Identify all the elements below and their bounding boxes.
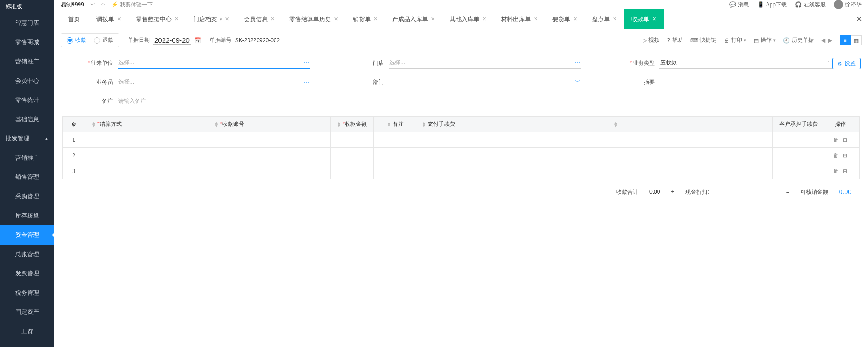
header-blank[interactable]: ▲▼ <box>460 117 773 132</box>
header-custfee[interactable]: 客户承担手续费 <box>773 117 821 132</box>
close-icon[interactable]: ✕ <box>225 16 229 22</box>
more-icon[interactable]: ⋯ <box>304 60 310 66</box>
cell-remark[interactable] <box>373 148 417 163</box>
cell-account[interactable] <box>128 163 330 179</box>
tab-settlehist[interactable]: 零售结算单历史✕ <box>282 9 345 29</box>
topbar-message[interactable]: 💬 消息 <box>729 1 749 9</box>
tab-materialout[interactable]: 材料出库单✕ <box>494 9 545 29</box>
cell-settle[interactable] <box>85 132 128 148</box>
close-icon[interactable]: ✕ <box>175 16 179 22</box>
close-icon[interactable]: ✕ <box>334 16 338 22</box>
add-icon[interactable]: ⊞ <box>843 137 847 143</box>
cell-amount[interactable] <box>330 132 373 148</box>
sidebar-subitem-fund[interactable]: 资金管理 <box>0 225 54 245</box>
summary-input[interactable] <box>659 77 834 87</box>
cell-blank[interactable] <box>460 148 773 163</box>
more-icon[interactable]: ⋯ <box>575 60 581 66</box>
cell-custfee[interactable] <box>773 148 821 163</box>
header-amount[interactable]: ▲▼*收款金额 <box>330 117 373 132</box>
sidebar-subitem-inventory[interactable]: 库存核算 <box>0 206 54 225</box>
delete-icon[interactable]: 🗑 <box>833 168 839 174</box>
salesman-input[interactable]: 选择... ⋯ <box>118 76 310 88</box>
sidebar-subitem-ledger[interactable]: 总账管理 <box>0 245 54 264</box>
action-history[interactable]: 🕘历史单据 <box>783 36 814 44</box>
sidebar-item-retailmall[interactable]: 零售商城 <box>0 33 54 52</box>
tab-demand[interactable]: 要货单✕ <box>545 9 585 29</box>
tab-home[interactable]: 首页 <box>61 9 89 29</box>
star-icon[interactable]: ☆ <box>101 1 106 8</box>
close-icon[interactable]: ✕ <box>534 16 538 22</box>
topbar-online[interactable]: 🎧 在线客服 <box>795 1 826 9</box>
calendar-icon[interactable]: 📅 <box>194 37 201 44</box>
delete-icon[interactable]: 🗑 <box>833 152 839 159</box>
header-fee[interactable]: ▲▼支付手续费 <box>417 117 460 132</box>
action-shortcut[interactable]: ⌨快捷键 <box>690 36 716 44</box>
remark-input[interactable]: 请输入备注 <box>118 95 310 107</box>
close-icon[interactable]: ✕ <box>373 16 378 22</box>
cell-settle[interactable] <box>85 148 128 163</box>
discount-input[interactable] <box>720 187 775 196</box>
more-icon[interactable]: ⋯ <box>304 79 310 85</box>
header-remark[interactable]: ▲▼备注 <box>373 117 417 132</box>
cell-amount[interactable] <box>330 163 373 179</box>
page-next[interactable]: ▶ <box>828 37 832 44</box>
try-link[interactable]: ⚡ 我要体验一下 <box>111 1 153 9</box>
cell-fee[interactable] <box>417 132 460 148</box>
tab-productin[interactable]: 产成品入库单✕ <box>385 9 442 29</box>
action-print[interactable]: 🖨打印▾ <box>724 36 746 44</box>
close-icon[interactable]: ✕ <box>573 16 577 22</box>
sidebar-item-retailstat[interactable]: 零售统计 <box>0 90 54 110</box>
page-prev[interactable]: ◀ <box>821 37 825 44</box>
cell-fee[interactable] <box>417 148 460 163</box>
cell-settle[interactable] <box>85 163 128 179</box>
brand-dropdown[interactable]: ﹀ <box>90 1 95 9</box>
tab-storefile[interactable]: 门店档案▾✕ <box>186 9 237 29</box>
cell-blank[interactable] <box>460 163 773 179</box>
close-icon[interactable]: ✕ <box>431 16 435 22</box>
tab-stocktake[interactable]: 盘点单✕ <box>585 9 624 29</box>
view-list[interactable]: ≡ <box>840 35 851 45</box>
cell-blank[interactable] <box>460 132 773 148</box>
sidebar-subitem-tax[interactable]: 税务管理 <box>0 283 54 302</box>
sidebar-subitem-salary[interactable]: 工资 <box>0 322 54 341</box>
close-icon[interactable]: ✕ <box>271 16 275 22</box>
radio-refund[interactable]: 退款 <box>94 36 113 44</box>
close-all-tabs[interactable]: ✕ <box>850 9 868 29</box>
cell-remark[interactable] <box>373 132 417 148</box>
sidebar-item-basic[interactable]: 基础信息 <box>0 110 54 129</box>
sidebar-subitem-asset[interactable]: 固定资产 <box>0 302 54 322</box>
cell-custfee[interactable] <box>773 163 821 179</box>
tab-allocation[interactable]: 调拨单✕ <box>89 9 129 29</box>
header-settle[interactable]: ▲▼*结算方式 <box>85 117 128 132</box>
action-video[interactable]: ▷视频 <box>643 36 659 44</box>
tab-otherin[interactable]: 其他入库单✕ <box>442 9 494 29</box>
tab-sales[interactable]: 销货单✕ <box>345 9 385 29</box>
sidebar-subitem-invoice[interactable]: 发票管理 <box>0 264 54 283</box>
cell-account[interactable] <box>128 148 330 163</box>
add-icon[interactable]: ⊞ <box>843 168 847 174</box>
close-icon[interactable]: ✕ <box>652 16 656 22</box>
topbar-user[interactable]: 徐泽华 <box>834 0 862 9</box>
sidebar-group-wholesale[interactable]: 批发管理 ▲ <box>0 129 54 148</box>
sidebar-item-marketing[interactable]: 营销推广 <box>0 52 54 71</box>
header-gear[interactable]: ⚙ <box>63 117 85 132</box>
partner-input[interactable]: 选择... ⋯ <box>118 57 310 69</box>
sidebar-subitem-sales[interactable]: 销售管理 <box>0 168 54 187</box>
sidebar-subitem-marketing[interactable]: 营销推广 <box>0 148 54 168</box>
header-account[interactable]: ▲▼*收款账号 <box>128 117 330 132</box>
cell-amount[interactable] <box>330 148 373 163</box>
close-icon[interactable]: ✕ <box>613 16 617 22</box>
tab-receipt[interactable]: 收款单✕ <box>624 9 664 29</box>
cell-account[interactable] <box>128 132 330 148</box>
cell-remark[interactable] <box>373 163 417 179</box>
sidebar-item-smartstore[interactable]: 智慧门店 <box>0 13 54 33</box>
radio-receipt[interactable]: 收款 <box>67 36 86 44</box>
delete-icon[interactable]: 🗑 <box>833 137 839 143</box>
topbar-app[interactable]: 📱 App下载 <box>757 1 787 9</box>
close-icon[interactable]: ✕ <box>117 16 121 22</box>
cell-fee[interactable] <box>417 163 460 179</box>
dept-select[interactable]: ﹀ <box>389 76 581 88</box>
sidebar-subitem-purchase[interactable]: 采购管理 <box>0 187 54 206</box>
close-icon[interactable]: ✕ <box>482 16 486 22</box>
store-input[interactable]: 选择... ⋯ <box>389 57 581 69</box>
